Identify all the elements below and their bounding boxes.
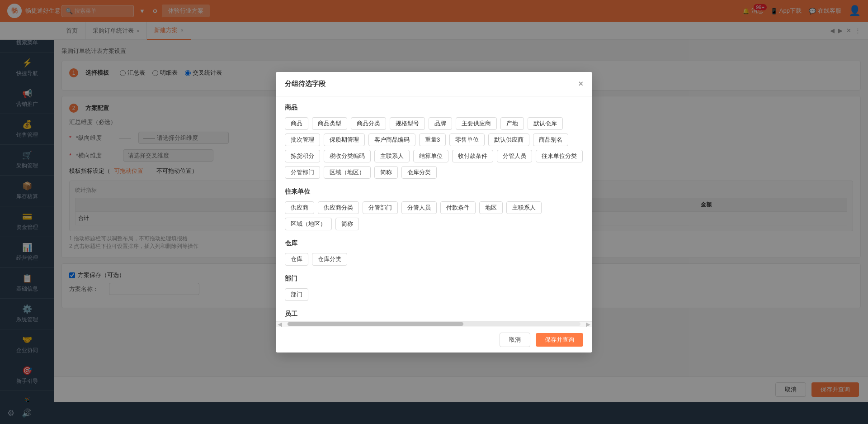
field-tag-default-warehouse[interactable]: 默认仓库	[528, 117, 563, 130]
modal-header: 分组待选字段 ×	[276, 72, 592, 96]
field-tag-department[interactable]: 部门	[285, 288, 308, 301]
hscroll-left-btn[interactable]: ◀	[276, 321, 284, 328]
hscroll-thumb[interactable]	[288, 322, 463, 326]
field-group-counterparty-title: 往来单位	[285, 188, 583, 196]
field-tag-main-supplier[interactable]: 主要供应商	[456, 117, 497, 130]
field-tag-region-area[interactable]: 区域（地区）	[285, 218, 332, 230]
field-tag-region2[interactable]: 地区	[479, 201, 503, 214]
field-tag-brand[interactable]: 品牌	[429, 117, 452, 130]
hscroll-right-btn[interactable]: ▶	[584, 321, 592, 328]
field-tag-product[interactable]: 商品	[285, 117, 308, 130]
field-tag-payment-terms[interactable]: 收付款条件	[452, 150, 493, 162]
field-tag-origin[interactable]: 产地	[500, 117, 524, 130]
field-group-warehouse-title: 仓库	[285, 239, 583, 248]
field-tag-main-contact2[interactable]: 主联系人	[506, 201, 542, 214]
field-tag-warehouse[interactable]: 仓库	[285, 253, 308, 266]
field-tag-spec-type[interactable]: 规格型号	[390, 117, 425, 130]
product-field-tags: 商品 商品类型 商品分类 规格型号 品牌 主要供应商 产地 默认仓库 批次管理 …	[285, 117, 583, 179]
field-tag-product-type[interactable]: 商品类型	[312, 117, 347, 130]
field-tag-customer-code[interactable]: 客户商品编码	[368, 133, 415, 146]
field-tag-warehouse-category[interactable]: 仓库分类	[401, 166, 437, 179]
modal-cancel-button[interactable]: 取消	[500, 333, 530, 347]
field-tag-from-unit-category[interactable]: 往来单位分类	[536, 150, 583, 162]
modal-hscroll[interactable]: ◀ ▶	[276, 321, 592, 327]
modal: 分组待选字段 × 商品 商品 商品类型 商品分类 规格型号 品牌 主要供应商 产…	[276, 72, 592, 353]
modal-overlay: 分组待选字段 × 商品 商品 商品类型 商品分类 规格型号 品牌 主要供应商 产…	[0, 0, 868, 424]
modal-title: 分组待选字段	[285, 80, 326, 88]
modal-confirm-button[interactable]: 保存并查询	[536, 333, 583, 347]
modal-body[interactable]: 商品 商品 商品类型 商品分类 规格型号 品牌 主要供应商 产地 默认仓库 批次…	[276, 96, 592, 321]
field-tag-retail-unit[interactable]: 零售单位	[449, 133, 485, 146]
field-tag-short-name2[interactable]: 简称	[335, 218, 359, 230]
field-tag-product-alias[interactable]: 商品别名	[533, 133, 568, 146]
field-tag-mgmt-staff[interactable]: 分管人员	[401, 201, 437, 214]
field-group-counterparty: 往来单位 供应商 供应商分类 分管部门 分管人员 付款条件 地区 主联系人 区域…	[285, 188, 583, 230]
field-tag-short-name[interactable]: 简称	[374, 166, 398, 179]
warehouse-field-tags: 仓库 仓库分类	[285, 253, 583, 266]
field-tag-settlement-unit[interactable]: 结算单位	[413, 150, 448, 162]
field-tag-supplier-category[interactable]: 供应商分类	[318, 201, 359, 214]
field-tag-quality-management[interactable]: 保质期管理	[324, 133, 365, 146]
modal-footer: 取消 保存并查询	[276, 327, 592, 353]
field-group-staff-title: 员工	[285, 310, 583, 318]
field-tag-default-supplier[interactable]: 默认供应商	[488, 133, 529, 146]
field-tag-weight3[interactable]: 重量3	[419, 133, 446, 146]
field-tag-product-category[interactable]: 商品分类	[351, 117, 386, 130]
modal-close-button[interactable]: ×	[578, 79, 583, 89]
field-tag-main-contact[interactable]: 主联系人	[374, 150, 410, 162]
field-tag-pay-terms[interactable]: 付款条件	[440, 201, 476, 214]
field-group-product: 商品 商品 商品类型 商品分类 规格型号 品牌 主要供应商 产地 默认仓库 批次…	[285, 104, 583, 179]
field-group-product-title: 商品	[285, 104, 583, 112]
field-tag-region[interactable]: 区域（地区）	[324, 166, 371, 179]
field-tag-mgmt-dept[interactable]: 分管部门	[285, 166, 320, 179]
hscroll-track[interactable]	[288, 322, 580, 326]
field-group-warehouse: 仓库 仓库 仓库分类	[285, 239, 583, 266]
field-tag-manager[interactable]: 分管人员	[497, 150, 532, 162]
field-group-dept-title: 部门	[285, 275, 583, 283]
counterparty-field-tags: 供应商 供应商分类 分管部门 分管人员 付款条件 地区 主联系人 区域（地区） …	[285, 201, 583, 230]
field-tag-mgmt-dept2[interactable]: 分管部门	[363, 201, 398, 214]
field-tag-supplier[interactable]: 供应商	[285, 201, 314, 214]
field-group-staff: 员工 业务员	[285, 310, 583, 321]
field-tag-warehouse-cat[interactable]: 仓库分类	[312, 253, 347, 266]
field-tag-pickup-points[interactable]: 拣货积分	[285, 150, 320, 162]
field-tag-batch-management[interactable]: 批次管理	[285, 133, 320, 146]
dept-field-tags: 部门	[285, 288, 583, 301]
field-group-dept: 部门 部门	[285, 275, 583, 301]
field-tag-tax-code[interactable]: 税收分类编码	[324, 150, 371, 162]
